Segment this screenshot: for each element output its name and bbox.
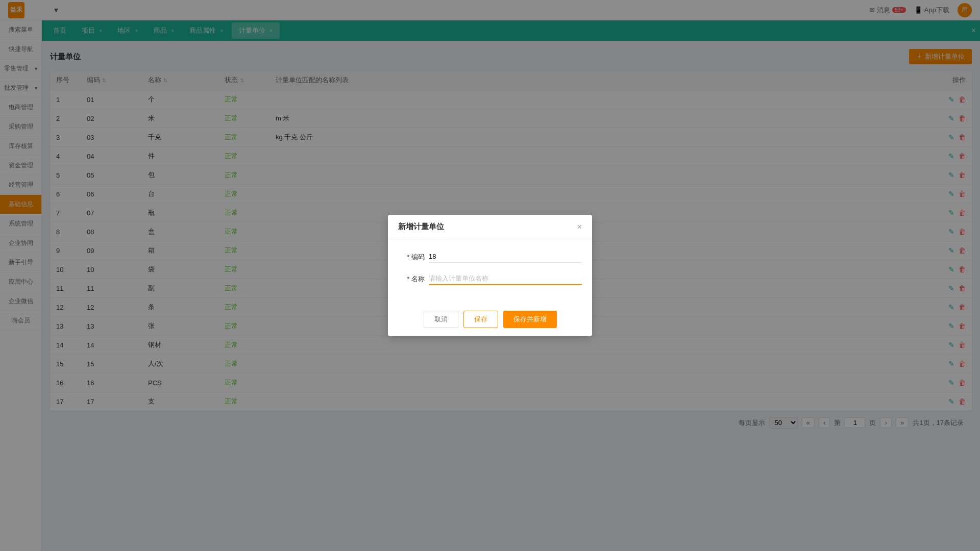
add-unit-modal: 新增计量单位 × * 编码 * 名称 取消 保存 保存并新增 <box>388 215 592 336</box>
modal-footer: 取消 保存 保存并新增 <box>388 305 592 336</box>
name-input[interactable] <box>429 272 582 285</box>
name-label: * 名称 <box>398 274 429 284</box>
form-row-name: * 名称 <box>398 272 582 285</box>
modal-header: 新增计量单位 × <box>388 215 592 238</box>
modal-body: * 编码 * 名称 <box>388 238 592 305</box>
cancel-button[interactable]: 取消 <box>424 311 458 328</box>
modal-title: 新增计量单位 <box>398 222 444 232</box>
modal-overlay[interactable]: 新增计量单位 × * 编码 * 名称 取消 保存 保存并新增 <box>0 0 980 551</box>
modal-close-button[interactable]: × <box>577 222 582 232</box>
code-input[interactable] <box>429 251 582 263</box>
form-row-code: * 编码 <box>398 251 582 263</box>
save-and-new-button[interactable]: 保存并新增 <box>503 311 557 328</box>
save-button[interactable]: 保存 <box>463 311 498 328</box>
code-label: * 编码 <box>398 253 429 262</box>
